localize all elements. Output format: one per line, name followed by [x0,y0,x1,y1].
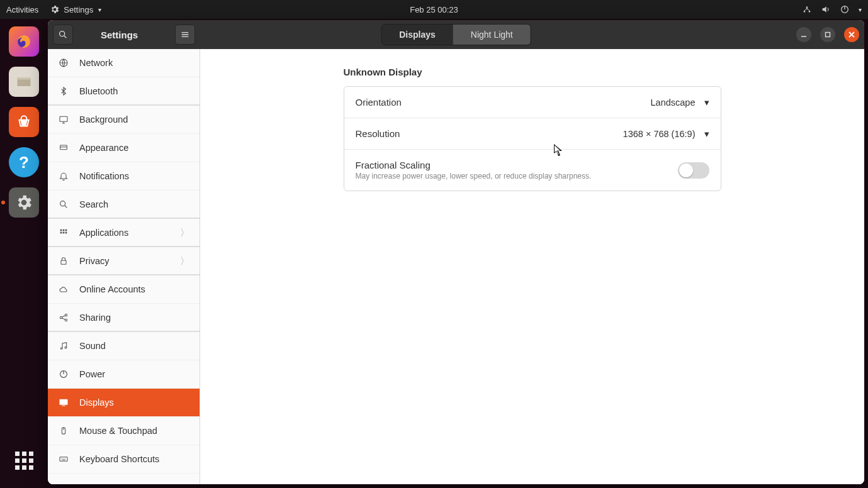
apps-grid-icon [15,452,33,470]
fractional-scaling-label: Fractional Scaling [356,160,592,170]
gear-icon [50,4,60,14]
search-icon [58,199,69,210]
svg-rect-12 [60,230,62,231]
sidebar-item-mouse[interactable]: Mouse & Touchpad [48,417,200,445]
power-icon [58,369,69,380]
svg-rect-18 [61,260,66,264]
svg-rect-10 [60,145,67,150]
sidebar-item-keyboard[interactable]: Keyboard Shortcuts [48,445,200,474]
sidebar-item-label: Search [79,199,108,209]
sidebar-item-label: Appearance [79,143,128,153]
sidebar-item-privacy[interactable]: Privacy〉 [48,247,200,275]
dock-settings[interactable] [9,187,39,218]
display-settings-panel: Orientation Landscape ▾ Resolution 1368 … [344,86,721,191]
svg-rect-13 [63,230,65,231]
svg-point-1 [809,11,811,13]
dock: ? [0,19,48,488]
topbar-datetime[interactable]: Feb 25 00:23 [410,5,458,14]
sidebar-item-network[interactable]: Network [48,49,200,77]
top-bar: Activities Settings ▾ Feb 25 00:23 ▾ [0,0,868,19]
tab-night-light[interactable]: Night Light [453,25,531,45]
svg-point-6 [60,31,65,36]
orientation-value: Landscape [651,97,696,108]
sidebar-item-label: Mouse & Touchpad [79,426,157,436]
search-button[interactable] [53,25,73,45]
view-switcher: Displays Night Light [381,24,531,45]
svg-rect-17 [65,232,67,234]
sidebar-item-label: Network [79,58,113,68]
bluetooth-icon [58,86,69,97]
svg-rect-14 [65,230,67,231]
sidebar-item-applications[interactable]: Applications〉 [48,219,200,247]
sidebar-item-sound[interactable]: Sound [48,332,200,360]
chevron-down-icon[interactable]: ▾ [859,6,862,13]
fractional-scaling-toggle[interactable] [678,162,709,179]
topbar-app-label: Settings [64,5,93,14]
dock-show-apps[interactable] [9,445,39,475]
globe-icon [58,57,69,69]
power-icon[interactable] [840,4,850,14]
display-name-title: Unknown Display [344,67,721,77]
chevron-down-icon: ▾ [704,97,709,108]
sidebar-item-search[interactable]: Search [48,191,200,219]
window-title: Settings [101,30,138,40]
tab-displays[interactable]: Displays [381,25,453,45]
dock-firefox[interactable] [9,26,39,57]
sidebar-item-online-accounts[interactable]: Online Accounts [48,275,200,304]
orientation-label: Orientation [356,97,402,108]
lock-icon [58,255,69,267]
dock-software[interactable] [9,107,39,137]
activities-button[interactable]: Activities [6,5,38,14]
sidebar-item-sharing[interactable]: Sharing [48,304,200,332]
orientation-row[interactable]: Orientation Landscape ▾ [344,87,721,118]
sidebar-item-label: Notifications [79,171,129,181]
apps-icon [58,227,69,238]
hamburger-icon [180,30,190,40]
resolution-label: Resolution [356,128,400,139]
sidebar-item-label: Online Accounts [79,284,145,294]
svg-rect-27 [60,457,67,462]
svg-point-11 [60,201,65,206]
window-minimize[interactable] [796,27,811,42]
sidebar-item-label: Privacy [79,256,110,266]
settings-sidebar: Network Bluetooth Background Appearance … [48,49,200,484]
chevron-down-icon: ▾ [98,6,101,13]
mouse-icon [58,425,69,436]
svg-rect-16 [63,232,65,234]
cloud-icon [58,284,69,295]
chevron-right-icon: 〉 [180,255,189,267]
sidebar-item-label: Sound [79,341,106,351]
sidebar-item-label: Keyboard Shortcuts [79,454,159,464]
svg-rect-7 [826,33,830,37]
dock-help[interactable]: ? [9,147,39,177]
dock-files[interactable] [9,67,39,97]
desktop-icon [58,114,69,125]
share-icon [58,312,69,323]
sidebar-item-displays[interactable]: Displays [48,389,200,417]
svg-rect-15 [60,232,62,234]
sidebar-item-bluetooth[interactable]: Bluetooth [48,77,200,106]
svg-point-22 [60,348,62,350]
network-icon[interactable] [802,4,812,14]
window-maximize[interactable] [820,27,835,42]
sidebar-item-label: Background [79,114,128,125]
sidebar-item-label: Applications [79,228,128,238]
volume-icon[interactable] [821,4,831,14]
question-icon: ? [19,153,29,172]
window-close[interactable] [844,27,859,42]
chevron-down-icon: ▾ [704,129,709,139]
chevron-right-icon: 〉 [180,227,189,239]
resolution-row[interactable]: Resolution 1368 × 768 (16:9) ▾ [344,118,721,150]
sidebar-item-label: Power [79,369,105,379]
sidebar-item-label: Bluetooth [79,86,118,96]
hamburger-button[interactable] [175,25,195,45]
sidebar-item-label: Displays [79,397,114,408]
sidebar-item-power[interactable]: Power [48,360,200,389]
svg-rect-5 [18,77,31,80]
topbar-app-menu[interactable]: Settings ▾ [50,4,101,14]
sidebar-item-background[interactable]: Background [48,106,200,134]
display-icon [58,397,69,408]
settings-window: Settings Displays Night Light Network Bl… [48,20,864,484]
sidebar-item-appearance[interactable]: Appearance [48,134,200,162]
sidebar-item-notifications[interactable]: Notifications [48,162,200,191]
